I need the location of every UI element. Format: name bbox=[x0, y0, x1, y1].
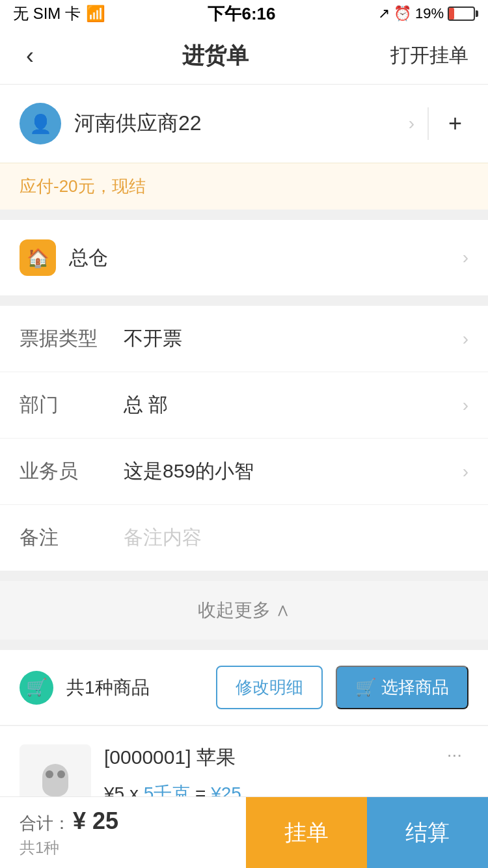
select-product-icon: 🛒 bbox=[355, 677, 376, 698]
cart-icon: 🛒 bbox=[26, 677, 47, 698]
ticket-type-label: 票据类型 bbox=[20, 325, 124, 352]
remark-input[interactable]: 备注内容 bbox=[124, 524, 468, 551]
product-code: [0000001] bbox=[104, 746, 191, 768]
total-sub: 共1种 bbox=[20, 837, 226, 858]
status-right: ↗ ⏰ 19% bbox=[378, 5, 475, 22]
ticket-type-value: 不开票 bbox=[124, 325, 463, 352]
add-supplier-button[interactable]: + bbox=[442, 103, 468, 144]
salesperson-value: 这是859的小智 bbox=[124, 458, 463, 485]
checkout-label: 结算 bbox=[405, 818, 450, 848]
warehouse-chevron-icon: › bbox=[463, 247, 468, 268]
salesperson-label: 业务员 bbox=[20, 458, 124, 485]
warehouse-section: 🏠 总仓 › bbox=[0, 220, 488, 295]
location-icon: ↗ bbox=[378, 5, 390, 22]
open-hold-button[interactable]: 打开挂单 bbox=[390, 42, 468, 69]
supplier-avatar: 👤 bbox=[20, 103, 61, 144]
nav-bar: ‹ 进货单 打开挂单 bbox=[0, 27, 488, 85]
main-content: 👤 河南供应商22 › + 应付-20元，现结 🏠 总仓 › 票据类型 不开票 … bbox=[0, 85, 488, 868]
warehouse-icon-bg: 🏠 bbox=[20, 239, 56, 276]
supplier-divider bbox=[427, 107, 429, 140]
section-gap bbox=[0, 640, 488, 650]
ticket-type-chevron-icon: › bbox=[463, 329, 468, 349]
status-bar: 无 SIM 卡 📶 下午6:16 ↗ ⏰ 19% bbox=[0, 0, 488, 27]
total-label: 合计： bbox=[20, 812, 70, 835]
salesperson-row[interactable]: 业务员 这是859的小智 › bbox=[0, 438, 488, 504]
collapse-label: 收起更多 ∧ bbox=[198, 598, 291, 623]
footer: 合计： ¥ 25 共1种 挂单 结算 bbox=[0, 796, 488, 868]
battery-percent: 19% bbox=[415, 5, 444, 22]
product-title: 苹果 bbox=[197, 746, 236, 768]
avatar-icon: 👤 bbox=[29, 113, 52, 135]
supplier-row[interactable]: 👤 河南供应商22 › + bbox=[0, 85, 488, 163]
remark-label: 备注 bbox=[20, 524, 124, 551]
wifi-icon: 📶 bbox=[86, 5, 105, 23]
supplier-name: 河南供应商22 bbox=[74, 109, 409, 138]
department-chevron-icon: › bbox=[463, 395, 468, 416]
carrier-text: 无 SIM 卡 bbox=[13, 3, 81, 24]
total-amount: ¥ 25 bbox=[73, 807, 118, 835]
products-header: 🛒 共1种商品 修改明细 🛒 选择商品 bbox=[0, 650, 488, 725]
select-product-button[interactable]: 🛒 选择商品 bbox=[336, 666, 468, 709]
back-button[interactable]: ‹ bbox=[20, 36, 40, 76]
battery-icon bbox=[448, 7, 475, 21]
warehouse-row[interactable]: 🏠 总仓 › bbox=[0, 220, 488, 295]
alarm-icon: ⏰ bbox=[394, 5, 411, 22]
page-title: 进货单 bbox=[182, 41, 249, 71]
warehouse-icon: 🏠 bbox=[27, 247, 49, 269]
supplier-chevron-icon: › bbox=[409, 113, 414, 134]
select-product-label: 选择商品 bbox=[381, 676, 449, 699]
hold-button[interactable]: 挂单 bbox=[246, 797, 367, 869]
salesperson-chevron-icon: › bbox=[463, 461, 468, 482]
status-left: 无 SIM 卡 📶 bbox=[13, 3, 105, 24]
product-placeholder-logo bbox=[42, 764, 68, 796]
remark-row[interactable]: 备注 备注内容 bbox=[0, 504, 488, 571]
notice-bar: 应付-20元，现结 bbox=[0, 163, 488, 210]
time-display: 下午6:16 bbox=[208, 3, 275, 25]
warehouse-name: 总仓 bbox=[69, 245, 463, 271]
products-icon-bg: 🛒 bbox=[20, 671, 53, 705]
department-row[interactable]: 部门 总 部 › bbox=[0, 372, 488, 438]
collapse-button[interactable]: 收起更多 ∧ bbox=[0, 581, 488, 640]
fields-section: 票据类型 不开票 › 部门 总 部 › 业务员 这是859的小智 › 备注 备注… bbox=[0, 306, 488, 571]
products-count: 共1种商品 bbox=[66, 675, 203, 700]
department-label: 部门 bbox=[20, 392, 124, 418]
supplier-section: 👤 河南供应商22 › + 应付-20元，现结 bbox=[0, 85, 488, 210]
department-value: 总 部 bbox=[124, 392, 463, 418]
edit-detail-button[interactable]: 修改明细 bbox=[216, 666, 323, 709]
checkout-button[interactable]: 结算 bbox=[367, 797, 488, 869]
ticket-type-row[interactable]: 票据类型 不开票 › bbox=[0, 306, 488, 372]
product-name: [0000001] 苹果 bbox=[104, 744, 427, 771]
footer-total: 合计： ¥ 25 共1种 bbox=[0, 807, 246, 858]
product-more-button[interactable]: ··· bbox=[441, 744, 468, 765]
hold-label: 挂单 bbox=[284, 818, 329, 848]
